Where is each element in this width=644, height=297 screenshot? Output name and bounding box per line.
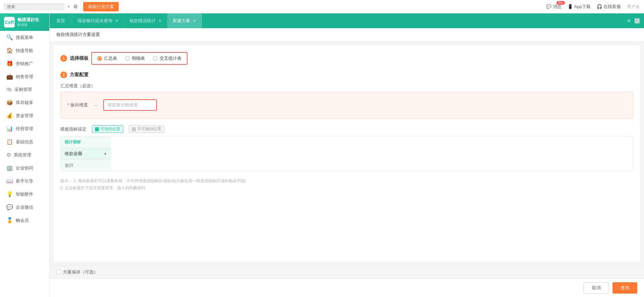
member-icon: 🏅 <box>6 217 13 224</box>
service-label: 在线客服 <box>603 4 621 10</box>
window-expand-icon[interactable]: ⬜ <box>634 18 640 23</box>
sidebar-item-label: 畅会员 <box>16 217 29 224</box>
indicator-cell[interactable]: 收款金额 ▼ <box>61 148 111 160</box>
sidebar-item-finance[interactable]: 💰 资金管理 <box>0 109 49 122</box>
tab-new-plan[interactable]: 新建方案 ✕ <box>167 13 202 28</box>
cashflow-tab-close[interactable]: ✕ <box>115 18 118 23</box>
top-header: ▼ ⚙ 体验行业方案 💬 消息 99+ 📱 App下载 🎧 在线客服 用户名 <box>0 0 644 13</box>
dim-placeholder: 请选择分组维度 <box>107 102 138 107</box>
tab-bar: 首页 现金银行流水查询 ✕ 收款情况统计 ✕ 新建方案 ✕ ✕ ⬜ <box>50 13 644 28</box>
home-tab-label: 首页 <box>56 18 65 24</box>
sidebar-item-hardware[interactable]: 💡 智能硬件 <box>0 188 49 201</box>
new-plan-tab-label: 新建方案 <box>173 18 190 24</box>
indicators-col-header: 统计指标 <box>61 137 111 148</box>
search-input[interactable] <box>4 3 64 10</box>
new-plan-tab-close[interactable]: ✕ <box>193 18 196 23</box>
service-item[interactable]: 🎧 在线客服 <box>597 4 621 10</box>
download-label: App下载 <box>574 4 591 10</box>
tip2: 2. 点击标题栏下拉可设置排序、插入列和删除列 <box>60 185 633 191</box>
action-bar: 取消 查询 <box>50 279 644 297</box>
template-select-row: 汇总表 明细表 交叉统计表 <box>91 52 187 65</box>
sidebar-item-inventory[interactable]: 📦 库存核算 <box>0 96 49 109</box>
sidebar-item-purchase[interactable]: 🛍 采购管理 <box>0 83 49 96</box>
sidebar-item-label: 搜索菜单 <box>16 35 33 41</box>
tab-payment[interactable]: 收款情况统计 ✕ <box>124 13 167 28</box>
logo-sub: 标准版 <box>17 22 39 27</box>
sidebar-item-search-menu[interactable]: 🔍 搜索菜单 <box>0 31 49 44</box>
save-checkbox-wrap[interactable]: 方案保存（可选） <box>56 269 98 275</box>
step2-header: 2 方案配置 <box>60 71 633 78</box>
sidebar-item-label: 采购管理 <box>14 87 32 93</box>
sidebar-item-label: 企业协同 <box>16 165 33 171</box>
marketing-icon: 🎁 <box>6 60 13 67</box>
chevron-down-icon[interactable]: ▼ <box>67 5 70 8</box>
radio-detail[interactable]: 明细表 <box>125 55 145 61</box>
dim-select-box[interactable]: 请选择分组维度 <box>103 99 157 111</box>
radio-cross[interactable]: 交叉统计表 <box>153 55 181 61</box>
radio-cross-label: 交叉统计表 <box>160 55 181 61</box>
page-breadcrumb: 收款情况统计方案设置 <box>50 28 644 41</box>
radio-circle-detail <box>125 56 130 61</box>
window-close-icon[interactable]: ✕ <box>627 18 631 23</box>
page-footer: 方案保存（可选） <box>50 265 644 279</box>
indicator-cell-text: 收款金额 <box>65 151 82 157</box>
sidebar-item-collab[interactable]: 🏢 企业协同 <box>0 161 49 175</box>
finance-icon: 💰 <box>6 112 13 119</box>
sidebar-item-basic-info[interactable]: 📋 基础信息 <box>0 135 49 148</box>
notification-item[interactable]: 💬 消息 99+ <box>546 4 561 10</box>
logo-text: 畅捷通好生 <box>17 17 39 22</box>
save-checkbox-label: 方案保存（可选） <box>63 269 98 275</box>
sidebar-item-quick-nav[interactable]: 🏠 快捷导航 <box>0 44 49 57</box>
drag-label: 可拖动位置 <box>100 126 120 132</box>
dim-arrow-icon: — <box>93 102 98 108</box>
sidebar-item-member[interactable]: 🏅 畅会员 <box>0 214 49 227</box>
no-drag-badge-icon <box>132 127 136 131</box>
tab-cashflow[interactable]: 现金银行流水查询 ✕ <box>72 13 124 28</box>
sidebar-item-label: 经营管理 <box>16 126 33 132</box>
notification-badge: 99+ <box>556 1 565 5</box>
indicators-grid: 统计指标 收款金额 ▼ 合计 <box>60 136 633 171</box>
sidebar-item-guide[interactable]: 📖 新手引导 <box>0 175 49 188</box>
quick-nav-icon: 🏠 <box>6 47 13 54</box>
dimension-label: 汇总维度（必选） <box>60 83 633 89</box>
indicators-section: 模板指标设定 可拖动位置 不可拖动位置 统计指标 <box>60 125 633 171</box>
user-name[interactable]: 用户名 <box>627 4 640 10</box>
tab-bar-right: ✕ ⬜ <box>623 13 644 28</box>
dim-row-label: * 纵向维度 <box>67 102 88 108</box>
form-card: 1 选择模板 汇总表 明细表 <box>54 45 640 261</box>
payment-tab-close[interactable]: ✕ <box>158 18 162 23</box>
gear-icon[interactable]: ⚙ <box>73 3 78 10</box>
cashflow-tab-label: 现金银行流水查询 <box>77 18 112 24</box>
message-icon: 💬 <box>546 4 551 9</box>
tab-home[interactable]: 首页 <box>50 13 72 28</box>
indicators-header: 模板指标设定 可拖动位置 不可拖动位置 <box>60 125 633 133</box>
sales-icon: 💼 <box>6 73 13 80</box>
guide-icon: 📖 <box>6 178 13 184</box>
main-wrap: CaR 畅捷通好生 标准版 🔍 搜索菜单 🏠 快捷导航 🎁 营销推广 💼 销售管… <box>0 13 644 297</box>
download-item[interactable]: 📱 App下载 <box>568 4 591 10</box>
hardware-icon: 💡 <box>6 191 13 197</box>
indicator-chevron-icon: ▼ <box>104 152 107 156</box>
operations-icon: 📊 <box>6 126 13 132</box>
sidebar-item-label: 快捷导航 <box>16 48 33 54</box>
config-section: 汇总维度（必选） * 纵向维度 — 请选择分组维度 <box>60 83 633 118</box>
cancel-button[interactable]: 取消 <box>584 282 609 294</box>
radio-circle-cross <box>153 56 158 61</box>
save-checkbox[interactable] <box>56 270 61 275</box>
tip1: 提示： 1. 拖动标题栏可以调整布局，不可跨维度或指标区域拖动(只能在同一维度或… <box>60 178 633 184</box>
indicators-title: 模板指标设定 <box>60 126 87 132</box>
step1-section: 1 选择模板 汇总表 明细表 <box>60 52 633 65</box>
trial-button[interactable]: 体验行业方案 <box>83 2 119 11</box>
sidebar-item-operations[interactable]: 📊 经营管理 <box>0 122 49 135</box>
content-area: 首页 现金银行流水查询 ✕ 收款情况统计 ✕ 新建方案 ✕ ✕ ⬜ <box>50 13 644 297</box>
query-button[interactable]: 查询 <box>612 282 637 294</box>
sidebar-item-label: 销售管理 <box>16 74 33 80</box>
sidebar-item-sales[interactable]: 💼 销售管理 <box>0 70 49 83</box>
sidebar-item-system[interactable]: ⚙ 系统管理 <box>0 148 49 161</box>
sidebar-item-label: 新手引导 <box>16 178 33 184</box>
radio-circle-summary <box>97 56 102 61</box>
breadcrumb-text: 收款情况统计方案设置 <box>56 32 100 37</box>
sidebar-item-marketing[interactable]: 🎁 营销推广 <box>0 57 49 70</box>
radio-summary[interactable]: 汇总表 <box>97 55 117 61</box>
sidebar-item-wechat[interactable]: 💬 企业微信 <box>0 201 49 214</box>
